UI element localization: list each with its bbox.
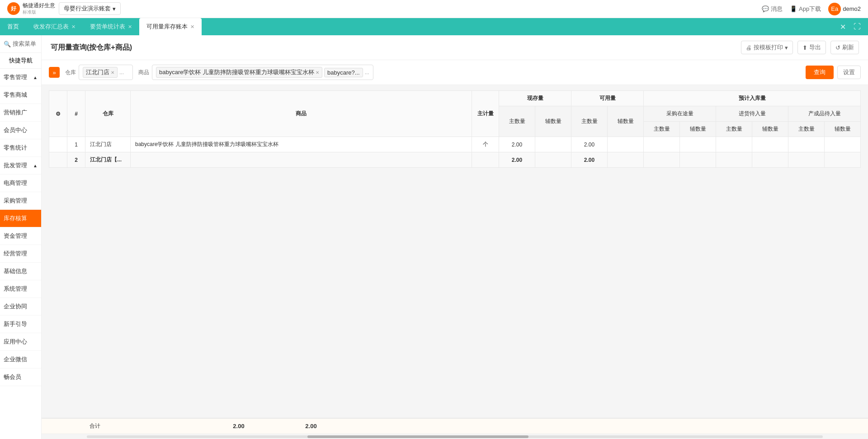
export-button[interactable]: ⬆ 导出 xyxy=(797,41,826,54)
sidebar-item-operations[interactable]: 经营管理 xyxy=(0,245,41,263)
row2-incoming-main xyxy=(716,152,752,168)
tab-expand-button[interactable]: ⛶ xyxy=(852,21,863,32)
row1-product: babycare学饮杯 儿童防摔防撞吸管杯重力球吸嘴杯宝宝水杯 xyxy=(131,137,472,152)
sidebar-item-finance[interactable]: 资金管理 xyxy=(0,227,41,245)
sidebar-item-wholesale[interactable]: 批发管理 ▲ xyxy=(0,157,41,175)
sidebar-item-new-guide[interactable]: 新手引导 xyxy=(0,316,41,333)
th-unit: 主计量 xyxy=(472,91,499,137)
user-area[interactable]: Ea demo2 xyxy=(828,3,861,15)
sidebar-item-marketing[interactable]: 营销推广 xyxy=(0,104,41,122)
th-settings[interactable]: ⚙ xyxy=(49,91,67,137)
refresh-button[interactable]: ↺ 刷新 xyxy=(830,41,859,54)
tab-receive-send[interactable]: 收发存汇总表 ✕ xyxy=(26,18,83,35)
product-tag1-close[interactable]: ✕ xyxy=(316,70,319,75)
logo-text-block: 畅捷通好生意 标准版 xyxy=(23,2,55,15)
setting-button[interactable]: 设置 xyxy=(837,66,861,79)
row1-warehouse: 江北门店 xyxy=(85,137,131,152)
sidebar-item-inventory[interactable]: 库存核算 xyxy=(0,210,41,227)
sidebar-item-retail-shop[interactable]: 零售商城 xyxy=(0,86,41,104)
industry-selector[interactable]: 母婴行业演示账套 ▾ xyxy=(59,2,121,15)
sidebar-search-label: 搜索菜单 xyxy=(13,40,36,48)
sidebar: 🔍 搜索菜单 快捷导航 零售管理 ▲ 零售商城 营销推广 会员中心 零售统计 批… xyxy=(0,35,42,439)
tab-receive-send-close[interactable]: ✕ xyxy=(71,24,75,30)
sidebar-item-purchase-label: 采购管理 xyxy=(4,197,27,205)
sidebar-item-ecommerce[interactable]: 电商管理 xyxy=(0,175,41,192)
product-filter-input[interactable]: babycare学饮杯 儿童防摔防撞吸管杯重力球吸嘴杯宝宝水杯 ✕ babyca… xyxy=(152,65,373,80)
message-action[interactable]: 💬 消息 xyxy=(762,5,783,13)
sidebar-search[interactable]: 🔍 搜索菜单 xyxy=(0,35,41,53)
main-layout: 🔍 搜索菜单 快捷导航 零售管理 ▲ 零售商城 营销推广 会员中心 零售统计 批… xyxy=(0,35,868,439)
warehouse-filter-input[interactable]: 江北门店 ✕ ... xyxy=(79,65,133,80)
filter-toggle-button[interactable]: » xyxy=(49,67,60,78)
warehouse-ellipsis[interactable]: ... xyxy=(119,69,124,76)
th-stock-main: 主数量 xyxy=(499,106,535,137)
sidebar-item-retail-label: 零售管理 xyxy=(4,73,27,81)
tab-available-stock-label: 可用量库存账本 xyxy=(146,23,188,31)
tab-order-stats-close[interactable]: ✕ xyxy=(128,24,132,30)
sidebar-item-purchase[interactable]: 采购管理 xyxy=(0,192,41,210)
warehouse-tag-close[interactable]: ✕ xyxy=(111,70,114,75)
tab-home[interactable]: 首页 xyxy=(0,18,26,35)
sidebar-item-inventory-label: 库存核算 xyxy=(4,214,27,222)
logo-area: 好 畅捷通好生意 标准版 xyxy=(7,2,55,15)
th-production-main: 主数量 xyxy=(788,122,825,137)
product-tag1: babycare学饮杯 儿童防摔防撞吸管杯重力球吸嘴杯宝宝水杯 ✕ xyxy=(156,67,322,78)
sidebar-item-retail-stats[interactable]: 零售统计 xyxy=(0,139,41,157)
sidebar-item-basic[interactable]: 基础信息 xyxy=(0,263,41,280)
sidebar-item-app-center[interactable]: 应用中心 xyxy=(0,333,41,351)
scroll-thumb[interactable] xyxy=(307,435,528,438)
th-available-main: 主数量 xyxy=(571,106,608,137)
warehouse-tag-text: 江北门店 xyxy=(86,68,109,76)
tab-order-stats[interactable]: 要货单统计表 ✕ xyxy=(83,18,139,35)
product-tag2: babycare?... xyxy=(324,68,363,77)
product-ellipsis[interactable]: ... xyxy=(365,69,369,76)
row1-stock-main: 2.00 xyxy=(499,137,535,152)
tab-bar-right: ✕ ⛶ xyxy=(837,21,868,32)
row1-production-main xyxy=(788,137,825,152)
app-download-action[interactable]: 📱 App下载 xyxy=(790,5,821,13)
th-num: # xyxy=(67,91,85,137)
row1-available-sub xyxy=(608,137,644,152)
sidebar-item-enterprise[interactable]: 企业协同 xyxy=(0,298,41,316)
row2-unit xyxy=(472,152,499,168)
warehouse-filter-group: 仓库 江北门店 ✕ ... xyxy=(65,65,133,80)
page-title: 可用量查询(按仓库+商品) xyxy=(51,43,132,58)
logo-icon: 好 xyxy=(7,2,20,15)
row1-purchase-sub xyxy=(680,137,716,152)
tab-available-stock[interactable]: 可用量库存账本 ✕ xyxy=(139,18,202,35)
tab-available-stock-close[interactable]: ✕ xyxy=(190,24,194,30)
query-button[interactable]: 查询 xyxy=(806,66,834,79)
top-bar: 好 畅捷通好生意 标准版 母婴行业演示账套 ▾ 💬 消息 📱 App下载 Ea … xyxy=(0,0,868,18)
sidebar-item-vip[interactable]: 畅会员 xyxy=(0,368,41,386)
sidebar-item-retail[interactable]: 零售管理 ▲ xyxy=(0,69,41,86)
sidebar-item-enterprise-label: 企业协同 xyxy=(4,302,27,311)
content-area: 可用量查询(按仓库+商品) 🖨 按模板打印 ▾ ⬆ 导出 ↺ 刷新 xyxy=(42,35,868,439)
row2-product xyxy=(131,152,472,168)
sidebar-quick-nav[interactable]: 快捷导航 xyxy=(0,53,41,69)
template-print-button[interactable]: 🖨 按模板打印 ▾ xyxy=(741,41,793,54)
sidebar-item-retail-stats-label: 零售统计 xyxy=(4,144,27,152)
warehouse-filter-label: 仓库 xyxy=(65,69,76,76)
tab-close-all-button[interactable]: ✕ xyxy=(837,21,848,32)
sidebar-item-new-guide-label: 新手引导 xyxy=(4,320,27,328)
tab-bar: 首页 收发存汇总表 ✕ 要货单统计表 ✕ 可用量库存账本 ✕ ✕ ⛶ xyxy=(0,18,868,35)
sidebar-item-enterprise-wechat[interactable]: 企业微信 xyxy=(0,351,41,368)
avatar: Ea xyxy=(828,3,841,15)
sidebar-item-member-label: 会员中心 xyxy=(4,126,27,134)
th-purchase-transit: 采购在途量 xyxy=(644,106,716,122)
row1-settings xyxy=(49,137,67,152)
summary-available-main: 2.00 xyxy=(293,423,329,430)
row2-production-sub xyxy=(825,152,861,168)
sidebar-item-marketing-label: 营销推广 xyxy=(4,109,27,117)
th-incoming-sub: 辅数量 xyxy=(752,122,788,137)
th-product: 商品 xyxy=(131,91,472,137)
row2-stock-sub xyxy=(535,152,571,168)
sidebar-item-member[interactable]: 会员中心 xyxy=(0,122,41,139)
sidebar-item-system[interactable]: 系统管理 xyxy=(0,280,41,298)
th-purchase-sub: 辅数量 xyxy=(680,122,716,137)
table-container: ⚙ # 仓库 商品 主计量 现存量 可用量 预计入库量 主数量 辅数量 主数量 … xyxy=(42,85,868,418)
row1-stock-sub xyxy=(535,137,571,152)
sidebar-item-vip-label: 畅会员 xyxy=(4,373,21,381)
user-name: demo2 xyxy=(843,5,861,12)
scroll-bar-area xyxy=(42,434,868,439)
